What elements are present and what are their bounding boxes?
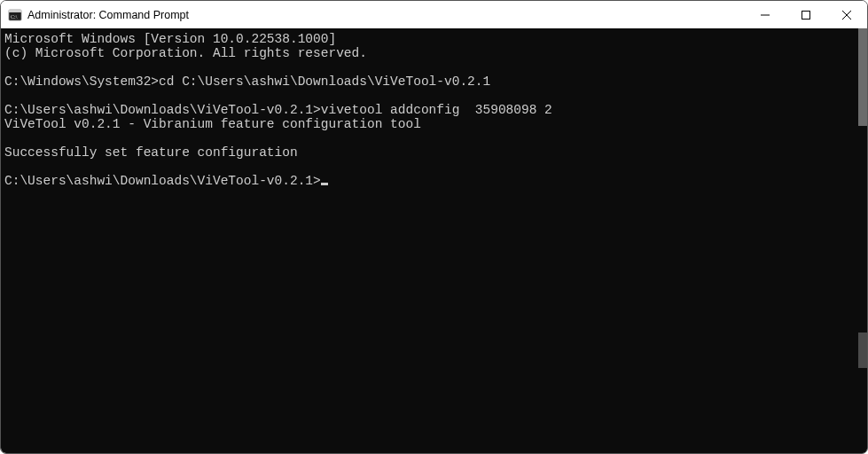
terminal-line: (c) Microsoft Corporation. All rights re… [4, 46, 853, 60]
scrollbar[interactable] [858, 28, 867, 453]
scroll-thumb[interactable] [858, 28, 867, 126]
terminal-line [4, 60, 853, 74]
command-prompt-window: C:\ Administrator: Command Prompt Micros… [0, 0, 868, 454]
terminal-line [4, 131, 853, 145]
cmd-icon: C:\ [8, 8, 22, 22]
terminal-line: ViVeTool v0.2.1 - Vibranium feature conf… [4, 117, 853, 131]
terminal-area: Microsoft Windows [Version 10.0.22538.10… [1, 28, 867, 453]
terminal-line: C:\Windows\System32>cd C:\Users\ashwi\Do… [4, 74, 853, 89]
svg-text:C:\: C:\ [11, 13, 18, 19]
svg-rect-4 [802, 11, 810, 19]
terminal-line: Microsoft Windows [Version 10.0.22538.10… [4, 32, 853, 46]
window-controls [745, 1, 867, 28]
titlebar[interactable]: C:\ Administrator: Command Prompt [1, 1, 867, 28]
maximize-button[interactable] [786, 1, 826, 28]
terminal-line [4, 89, 853, 103]
terminal-prompt-line[interactable]: C:\Users\ashwi\Downloads\ViVeTool-v0.2.1… [4, 174, 853, 188]
terminal-line: C:\Users\ashwi\Downloads\ViVeTool-v0.2.1… [4, 103, 853, 117]
terminal-cursor [321, 183, 328, 185]
terminal-output[interactable]: Microsoft Windows [Version 10.0.22538.10… [1, 28, 858, 453]
scroll-thumb-secondary[interactable] [858, 333, 867, 368]
svg-rect-1 [9, 10, 21, 12]
minimize-button[interactable] [745, 1, 786, 28]
terminal-prompt: C:\Users\ashwi\Downloads\ViVeTool-v0.2.1… [4, 174, 321, 188]
terminal-line [4, 160, 853, 174]
window-title: Administrator: Command Prompt [27, 9, 745, 21]
terminal-line: Successfully set feature configuration [4, 145, 853, 160]
close-button[interactable] [826, 1, 867, 28]
